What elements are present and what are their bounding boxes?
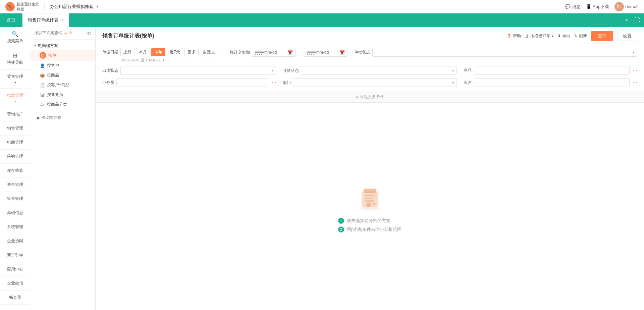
sidebar-item-quick-nav[interactable]: ⊞ 快捷导航 [0,48,30,70]
date-label: 单据日期 [102,49,118,55]
svg-rect-3 [365,195,375,196]
preset-custom[interactable]: 自定义 [200,48,218,56]
scheme-by-goods[interactable]: 📦 按商品 [30,70,95,80]
salesperson-more-icon[interactable]: ··· [272,80,276,86]
pc-section: ▾ 电脑端方案 按 按单 👤 按客户 📦 按商品 📋 按客户+商品 [30,40,95,111]
empty-tip-1: 1 请先选择要分析的方案 [338,218,401,224]
goods-label: 商品 [464,68,472,73]
content-area: 按以下方案查询 + ✎ ≪ ▾ 电脑端方案 按 按单 👤 按客户 [30,27,644,310]
payment-select[interactable] [301,66,457,75]
svg-point-6 [366,203,371,207]
payment-label: 收款状态 [283,68,299,73]
preset-last-month[interactable]: 上月 [120,48,135,56]
query-button[interactable]: 查询 [591,31,613,41]
goods-more-icon[interactable]: ··· [633,67,637,73]
add-scheme-icon[interactable]: + [64,31,67,36]
sidebar-item-retail[interactable]: 零售管理 ▾ [0,70,30,89]
sidebar-item-inventory[interactable]: 库存核算 [0,164,30,178]
sidebar-item-wechat[interactable]: 企业微信 [0,276,30,291]
sidebar-item-ecommerce[interactable]: 电商管理 [0,136,30,150]
expected-date-end-input[interactable] [304,48,347,57]
expected-date-label: 预计交货期 [230,50,250,55]
empty-illustration [353,180,387,214]
sidebar-item-finance[interactable]: 资金管理 [0,178,30,192]
mobile-group[interactable]: ▶ 移动端方案 [30,113,95,122]
preset-7days[interactable]: 近7天 [167,48,183,56]
tab-bar: 首页 销售订单统计表 × × ⛶ [0,13,644,27]
sidebar-item-app-center[interactable]: 应用中心 [0,262,30,276]
preset-more[interactable]: 更多 [184,48,199,56]
sidebar-item-sales[interactable]: 销售管理 [0,121,30,136]
print-button[interactable]: 🖨 按模板打印 ▾ [525,33,553,39]
customer-more-icon[interactable]: ··· [633,80,637,86]
sidebar-item-system[interactable]: 系统管理 [0,220,30,234]
collapse-panel-icon[interactable]: ≪ [86,31,91,36]
status-select[interactable] [372,48,637,57]
help-button[interactable]: ❓ 帮助 [506,33,521,39]
main-layout: 🔍 搜索菜单 ⊞ 快捷导航 零售管理 ▾ 批发管理 ▴ 营销推广 销售管理 电商… [0,27,644,310]
preset-this-year[interactable]: 本年 [151,48,165,56]
date-dash: — [298,50,302,55]
refresh-icon: ↻ [574,34,578,38]
edit-scheme-icon[interactable]: ✎ [69,31,73,36]
expected-date-start: 📅 [252,48,296,57]
print-icon: 🖨 [525,34,529,38]
scheme-by-staff[interactable]: 📊 按业务员 [30,90,95,100]
scheme-by-category[interactable]: 🗂 按商品分类 [30,100,95,109]
date-presets: 上月 本月 本年 近7天 更多 自定义 [120,48,218,56]
sidebar-item-purchase[interactable]: 采购管理 [0,150,30,164]
delivery-select[interactable] [120,66,276,75]
expected-date-end: 📅 [304,48,347,57]
settings-button[interactable]: 设置 [617,31,637,41]
scheme-by-order[interactable]: 按 按单 [30,50,95,61]
tab-home[interactable]: 首页 [0,13,22,27]
collapse-bar[interactable]: ∧ 收起更多条件 [96,91,644,103]
top-bar-left: 🐾 畅捷通好生意 标版 办公用品行业模拟账套 ▾ [5,2,98,11]
sidebar-item-marketing[interactable]: 营销推广 [0,107,30,121]
export-button[interactable]: ⬇ 导出 [557,33,570,39]
sidebar-item-guide[interactable]: 新手引导 [0,248,30,262]
customer-input[interactable] [474,78,630,87]
app-download-button[interactable]: 📱 App下载 [586,4,609,10]
tab-close-icon[interactable]: × [61,17,64,23]
collapse-button[interactable]: ∧ 收起更多条件 [356,94,384,100]
sidebar-item-operations[interactable]: 经营管理 [0,192,30,206]
preset-this-month[interactable]: 本月 [136,48,150,56]
refresh-button[interactable]: ↻ 刷新 [574,33,587,39]
tab-active[interactable]: 销售订单统计表 × [22,13,69,27]
workspace-selector[interactable]: 办公用品行业模拟账套 ▾ [50,4,98,10]
chevron-up-icon: ▴ [14,99,16,103]
message-button[interactable]: 💬 消息 [565,4,581,10]
collapse-chevron-icon: ∧ [356,95,359,99]
goods-input[interactable] [474,66,630,75]
active-dot: 按 [40,52,46,59]
dept-select[interactable] [293,78,457,87]
expected-date-start-input[interactable] [252,48,296,57]
window-maximize-button[interactable]: ⛶ [633,16,641,24]
app-logo-text: 畅捷通好生意 标版 [17,2,39,11]
customer-label: 客户 [464,80,472,86]
mobile-section: ▶ 移动端方案 [30,111,95,124]
tab-bar-actions: × ⛶ [623,16,644,24]
scheme-by-cust-goods[interactable]: 📋 按客户+商品 [30,80,95,90]
pc-group[interactable]: ▾ 电脑端方案 [30,42,95,50]
filter-area: 单据日期 上月 本月 本年 近7天 更多 自定义 2023-01-01 至 20… [96,44,644,91]
window-close-button[interactable]: × [623,16,631,24]
salesperson-input[interactable] [116,78,268,87]
sidebar-item-member[interactable]: 畅会员 [0,291,30,305]
sidebar-item-basic[interactable]: 基础信息 [0,206,30,220]
sidebar-item-corp[interactable]: 企业协同 [0,234,30,248]
sidebar-item-wholesale[interactable]: 批发管理 ▴ [0,89,30,107]
status-label: 单据状态 [354,50,370,55]
left-panel-title: 按以下方案查询 [34,30,62,36]
customer-scheme-icon: 👤 [40,63,45,68]
scheme-by-customer[interactable]: 👤 按客户 [30,61,95,70]
print-arrow-icon: ▾ [552,34,553,38]
page-actions: ❓ 帮助 🖨 按模板打印 ▾ ⬇ 导出 ↻ 刷新 [506,31,637,41]
delivery-label: 出库状态 [102,68,118,73]
sidebar-item-search[interactable]: 🔍 搜索菜单 [0,27,30,48]
dept-label: 部门 [283,80,291,86]
user-profile[interactable]: Ea demo2 [614,2,639,11]
grid-icon: ⊞ [13,52,17,59]
empty-tips: 1 请先选择要分析的方案 2 用[过滤]条件来缩小分析范围 [338,218,401,232]
